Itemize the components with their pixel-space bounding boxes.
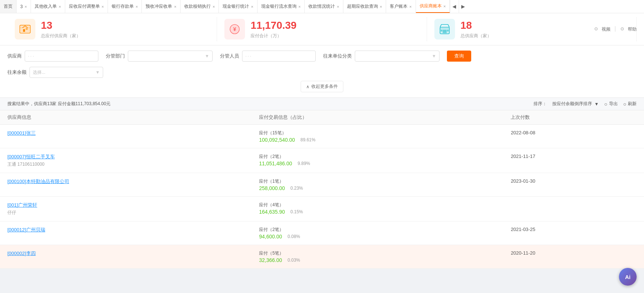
sort-chevron-icon: ▼: [594, 101, 599, 107]
video-link[interactable]: 视频: [602, 26, 610, 32]
svg-rect-0: [20, 25, 31, 33]
balance-filter-select[interactable]: 选择... ▼: [29, 67, 103, 78]
supplier-filter-input[interactable]: ···: [25, 51, 98, 62]
trade-amount-2[interactable]: 11,051,486.00: [259, 161, 292, 166]
supplier-link-5[interactable]: [000012]广州贝瑞: [7, 227, 259, 233]
supplier-cell-3: [000100]本特勤油品有限公司: [7, 178, 259, 185]
nav-tab-overdue-collect[interactable]: 超期应收款查询 ×: [343, 0, 386, 13]
close-tab-prepay-collect[interactable]: ×: [174, 4, 176, 9]
col-supplier-info: 供应商信息: [7, 114, 259, 121]
summary-card-suppliers: 13 总应付供应商（家）: [7, 17, 217, 41]
sort-label: 排序：: [533, 101, 547, 107]
trade-percent-4: 0.15%: [290, 209, 303, 214]
trade-amount-6[interactable]: 32,366.00: [259, 257, 282, 263]
trade-percent-2: 9.89%: [298, 161, 310, 166]
close-tab-cash-bank-flow[interactable]: ×: [298, 4, 301, 9]
close-tab-cash-bank-stat[interactable]: ×: [251, 4, 253, 9]
summary-actions: ⊙ 视频 │ ⊙ 帮助: [594, 26, 637, 32]
supplier-input-placeholder: ···: [28, 54, 35, 59]
filter-bar: 供应商 ··· 分管部门 ▼ 分管人员 ··· 往来单位分类 ▼: [0, 45, 644, 98]
close-tab-3[interactable]: ×: [25, 4, 27, 9]
payment-cell-3: 2023-01-30: [511, 178, 637, 184]
table-row: [001]广州荣轩 仔仔 应付（4笔） 164,635.90 0.15%: [0, 197, 644, 221]
nav-tab-prepay-collect[interactable]: 预收冲应收单 ×: [142, 0, 180, 13]
supplier-sub-4: 仔仔: [7, 210, 259, 216]
help-link[interactable]: 帮助: [628, 26, 637, 32]
card-info-suppliers: 13 总应付供应商（家）: [41, 19, 81, 39]
nav-next-arrow[interactable]: ▶: [459, 0, 468, 13]
dept-filter-label: 分管部门: [106, 53, 125, 59]
trade-label-1: 应付（15笔）: [259, 130, 286, 136]
nav-tab-bank-deposit[interactable]: 银行存款单 ×: [108, 0, 142, 13]
payment-cell-1: 2022-08-08: [511, 130, 637, 135]
nav-tab-cash-bank-flow[interactable]: 现金银行流水查询 ×: [258, 0, 305, 13]
ai-button[interactable]: Ai: [619, 268, 637, 269]
nav-tab-ap-adjust[interactable]: 应收应付调整单 ×: [65, 0, 108, 13]
supplier-cell-4: [001]广州荣轩 仔仔: [7, 202, 259, 216]
nav-tab-collect-exec[interactable]: 收款核销执行 ×: [181, 0, 219, 13]
last-payment-2: 2021-11-17: [511, 154, 535, 159]
refresh-icon: ○: [623, 101, 626, 107]
supplier-cell-5: [000012]广州贝瑞: [7, 227, 259, 233]
close-tab-bank-deposit[interactable]: ×: [136, 4, 138, 9]
supplier-cell-1: [000001]张三: [7, 130, 259, 137]
result-bar: 搜索结果中，供应商13家 应付金额111,703,854.00元 排序： 按应付…: [0, 98, 644, 110]
supplier-count: 13: [41, 19, 81, 32]
total-supplier-count: 18: [461, 19, 491, 32]
close-tab-other-income[interactable]: ×: [59, 4, 61, 9]
refresh-button[interactable]: ○ 刷新: [623, 101, 637, 107]
nav-tab-home[interactable]: 首页: [0, 0, 17, 13]
filter-item-query: 查询: [447, 51, 471, 62]
supplier-link-2[interactable]: [000007]恒旺二手叉车: [7, 154, 259, 160]
nav-tab-collect-stat[interactable]: 收款情况统计 ×: [305, 0, 343, 13]
svg-rect-2: [26, 28, 28, 30]
balance-placeholder: 选择...: [33, 69, 45, 76]
nav-tab-3[interactable]: 3 ×: [17, 0, 31, 13]
close-tab-collect-exec[interactable]: ×: [213, 4, 215, 9]
nav-tab-supplier-account[interactable]: 供应商账本 ×: [416, 0, 450, 13]
svg-rect-7: [442, 30, 447, 33]
trade-amount-4[interactable]: 164,635.90: [259, 209, 285, 215]
trade-amount-3[interactable]: 258,000.00: [259, 185, 285, 191]
collapse-chevron-icon: ∧: [306, 84, 309, 89]
supplier-link-6[interactable]: [000002]李四: [7, 250, 259, 257]
collapse-label: 收起更多条件: [311, 83, 338, 90]
balance-filter-label: 往来余额: [7, 69, 27, 76]
supplier-link-4[interactable]: [001]广州荣轩: [7, 202, 259, 208]
trade-label-3: 应付（1笔）: [259, 178, 284, 185]
close-tab-collect-stat[interactable]: ×: [337, 4, 339, 9]
trade-cell-4: 应付（4笔） 164,635.90 0.15%: [259, 202, 511, 215]
nav-tab-cash-bank-stat[interactable]: 现金银行统计 ×: [219, 0, 257, 13]
person-filter-label: 分管人员: [220, 53, 239, 59]
query-button[interactable]: 查询: [447, 51, 471, 62]
sort-value: 按应付余额倒序排序: [552, 101, 592, 107]
close-tab-overdue-collect[interactable]: ×: [380, 4, 382, 9]
balance-chevron-icon: ▼: [95, 70, 100, 75]
supplier-link-3[interactable]: [000100]本特勤油品有限公司: [7, 178, 259, 185]
trade-amount-1[interactable]: 100,092,540.00: [259, 137, 295, 143]
table-row: [000007]恒旺二手叉车 王通 17106110000 应付（2笔） 11,…: [0, 148, 644, 173]
payment-cell-5: 2021-03-25: [511, 227, 637, 232]
nav-tab-other-income[interactable]: 其他收入单 ×: [31, 0, 65, 13]
sort-select[interactable]: 按应付余额倒序排序 ▼: [552, 101, 599, 107]
collapse-button[interactable]: ∧ 收起更多条件: [301, 81, 343, 92]
dept-filter-select[interactable]: ▼: [128, 51, 213, 62]
trade-cell-3: 应付（1笔） 258,000.00 0.23%: [259, 178, 511, 191]
table-row: [000012]广州贝瑞 应付（2笔） 94,600.00 0.08% 2021…: [0, 221, 644, 245]
trade-amount-5[interactable]: 94,600.00: [259, 234, 282, 239]
close-tab-customer-account[interactable]: ×: [409, 4, 412, 9]
category-filter-select[interactable]: ▼: [355, 51, 440, 62]
supplier-count-label: 总应付供应商（家）: [41, 33, 81, 39]
nav-prev-arrow[interactable]: ◀: [450, 0, 459, 13]
person-filter-input[interactable]: ···: [242, 51, 316, 62]
export-button[interactable]: ○ 导出: [604, 101, 617, 107]
top-nav: 首页 3 × 其他收入单 × 应收应付调整单 × 银行存款单 × 预收冲应收单 …: [0, 0, 644, 13]
trade-percent-6: 0.03%: [287, 258, 300, 263]
nav-tab-customer-account[interactable]: 客户账本 ×: [386, 0, 416, 13]
close-tab-ap-adjust[interactable]: ×: [102, 4, 104, 9]
supplier-link-1[interactable]: [000001]张三: [7, 130, 259, 137]
refresh-label: 刷新: [628, 101, 637, 107]
trade-cell-2: 应付（2笔） 11,051,486.00 9.89%: [259, 154, 511, 166]
last-payment-1: 2022-08-08: [511, 130, 535, 135]
close-tab-supplier-account[interactable]: ×: [444, 4, 446, 8]
